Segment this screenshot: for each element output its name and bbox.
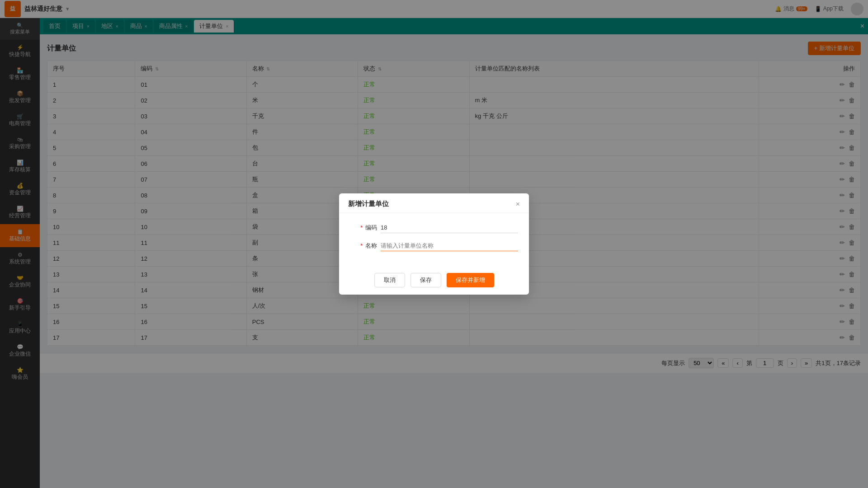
modal-footer: 取消 保存 保存并新增	[339, 267, 529, 295]
modal-overlay: 新增计量单位 × * 编码 * 名称 取消 保存 保存并新增	[0, 0, 868, 488]
required-name: *	[360, 242, 363, 249]
modal-body: * 编码 * 名称	[339, 213, 529, 267]
code-input[interactable]	[381, 222, 518, 233]
modal-title: 新增计量单位	[348, 200, 389, 208]
form-row-code: * 编码	[350, 222, 518, 233]
form-label-code: * 编码	[350, 224, 377, 232]
name-input[interactable]	[381, 240, 518, 251]
form-label-name: * 名称	[350, 242, 377, 250]
modal-close-btn[interactable]: ×	[516, 200, 520, 208]
cancel-button[interactable]: 取消	[374, 273, 405, 287]
required-code: *	[360, 224, 363, 231]
modal-header: 新增计量单位 ×	[339, 193, 529, 213]
save-button[interactable]: 保存	[410, 273, 441, 287]
form-row-name: * 名称	[350, 240, 518, 251]
add-measure-unit-modal: 新增计量单位 × * 编码 * 名称 取消 保存 保存并新增	[339, 193, 529, 295]
save-and-add-button[interactable]: 保存并新增	[447, 273, 494, 287]
